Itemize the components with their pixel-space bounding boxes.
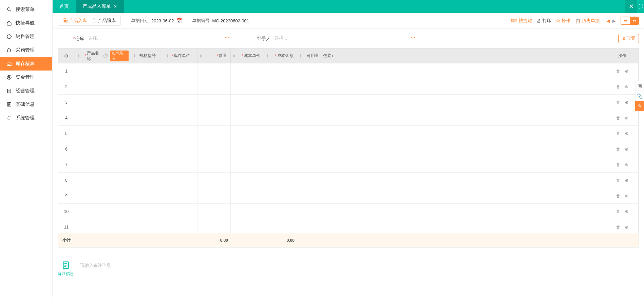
add-icon[interactable]: ⊕ <box>625 194 628 198</box>
th-amount[interactable]: ▲▼*成本金额 <box>264 48 297 63</box>
delete-icon[interactable]: 🗑 <box>616 178 620 183</box>
add-icon[interactable]: ⊕ <box>625 116 628 120</box>
cell-qty[interactable] <box>197 219 231 233</box>
sidebar-item-business[interactable]: 经营管理 <box>0 84 52 98</box>
cell-spec[interactable] <box>131 157 164 172</box>
table-row[interactable]: 5 🗑 ⊕ <box>58 126 639 141</box>
handler-select[interactable]: 选择... ⋯ <box>274 34 416 43</box>
close-icon[interactable]: ✕ <box>114 4 117 9</box>
cell-spec[interactable] <box>131 95 164 110</box>
cell-qty[interactable] <box>197 173 231 188</box>
cell-product[interactable] <box>75 79 131 94</box>
sort-icon[interactable]: ▲▼ <box>233 54 235 58</box>
cell-unit[interactable] <box>164 126 197 141</box>
sidebar-item-system[interactable]: 系统管理 <box>0 111 52 125</box>
sidebar-item-search[interactable]: 搜索菜单 <box>0 3 52 16</box>
delete-icon[interactable]: 🗑 <box>616 131 620 136</box>
cell-unit[interactable] <box>164 157 197 172</box>
sort-icon[interactable]: ▲▼ <box>266 54 269 58</box>
add-icon[interactable]: ⊕ <box>625 100 628 105</box>
add-icon[interactable]: ⊕ <box>625 209 628 214</box>
cell-product[interactable] <box>75 126 131 141</box>
cell-product[interactable] <box>75 173 131 188</box>
th-unit[interactable]: ▲▼*库存单位 <box>164 48 197 63</box>
sort-icon[interactable]: ▲▼ <box>77 54 80 58</box>
delete-icon[interactable]: 🗑 <box>616 225 620 230</box>
warehouse-select[interactable]: 选择... ⋯ <box>88 34 230 43</box>
sort-icon[interactable]: ▲▼ <box>299 54 302 58</box>
cell-price[interactable] <box>231 110 264 125</box>
cell-amount[interactable] <box>264 63 297 79</box>
cell-unit[interactable] <box>164 63 197 79</box>
add-icon[interactable]: ⊕ <box>625 84 628 89</box>
tab-home[interactable]: 首页 <box>53 0 76 13</box>
cell-unit[interactable] <box>164 110 197 125</box>
cell-amount[interactable] <box>264 79 297 94</box>
table-row[interactable]: 7 🗑 ⊕ <box>58 157 639 173</box>
th-avail[interactable]: ▲▼可用量（包装） <box>297 48 606 63</box>
cell-price[interactable] <box>231 95 264 110</box>
float-btn-attach[interactable]: 📎 <box>635 91 644 101</box>
remarks-input[interactable] <box>80 261 639 270</box>
table-row[interactable]: 4 🗑 ⊕ <box>58 110 639 126</box>
date-field[interactable]: 单据日期 2023-06-02 📅 <box>131 18 182 24</box>
cell-spec[interactable] <box>131 204 164 219</box>
delete-icon[interactable]: 🗑 <box>616 162 620 167</box>
view-list-icon[interactable]: ☰ <box>621 17 630 24</box>
history-button[interactable]: 📋历史单据 <box>575 18 600 24</box>
sidebar-item-purchase[interactable]: 采购管理 <box>0 43 52 57</box>
cell-product[interactable] <box>75 141 131 157</box>
cell-amount[interactable] <box>264 126 297 141</box>
cell-spec[interactable] <box>131 219 164 233</box>
cell-amount[interactable] <box>264 157 297 172</box>
cell-price[interactable] <box>231 63 264 79</box>
cell-amount[interactable] <box>264 173 297 188</box>
radio-product-in[interactable]: 产品入库 <box>63 18 87 24</box>
cell-spec[interactable] <box>131 173 164 188</box>
ellipsis-icon[interactable]: ⋯ <box>411 35 416 40</box>
th-gear[interactable]: ⚙ <box>58 48 75 63</box>
cell-spec[interactable] <box>131 188 164 203</box>
cell-amount[interactable] <box>264 110 297 125</box>
sidebar-item-inventory[interactable]: 库存核算 <box>0 57 52 71</box>
header-close-button[interactable]: ✕ <box>625 0 637 13</box>
cell-unit[interactable] <box>164 79 197 94</box>
calendar-icon[interactable]: 📅 <box>176 18 182 23</box>
settings-button[interactable]: ⚙设置 <box>618 34 639 43</box>
table-row[interactable]: 8 🗑 ⊕ <box>58 173 639 188</box>
float-btn-edit[interactable]: ✎ <box>635 101 644 111</box>
cell-amount[interactable] <box>264 95 297 110</box>
cell-product[interactable] <box>75 110 131 125</box>
sort-icon[interactable]: ▲▼ <box>133 54 136 58</box>
cell-unit[interactable] <box>164 219 197 233</box>
cell-price[interactable] <box>231 141 264 157</box>
sidebar-item-basicinfo[interactable]: 基础信息 <box>0 98 52 111</box>
delete-icon[interactable]: 🗑 <box>616 69 620 74</box>
cell-spec[interactable] <box>131 126 164 141</box>
view-detail-icon[interactable]: ☷ <box>630 17 639 24</box>
cell-unit[interactable] <box>164 173 197 188</box>
float-btn-1[interactable]: ▣ <box>635 81 644 91</box>
cell-qty[interactable] <box>197 141 231 157</box>
help-icon[interactable]: ? <box>103 54 108 58</box>
sidebar-item-sales[interactable]: 销售管理 <box>0 30 52 43</box>
add-icon[interactable]: ⊕ <box>625 225 628 230</box>
cell-price[interactable] <box>231 157 264 172</box>
cell-unit[interactable] <box>164 141 197 157</box>
delete-icon[interactable]: 🗑 <box>616 147 620 152</box>
print-button[interactable]: 🖨打印 <box>537 18 551 24</box>
delete-icon[interactable]: 🗑 <box>616 194 620 198</box>
table-row[interactable]: 6 🗑 ⊕ <box>58 141 639 157</box>
cell-amount[interactable] <box>264 219 297 233</box>
sidebar-item-quicknav[interactable]: 快捷导航 <box>0 16 52 30</box>
cell-qty[interactable] <box>197 95 231 110</box>
cell-product[interactable] <box>75 188 131 203</box>
shortcut-button[interactable]: ⌨快捷键 <box>511 18 532 24</box>
add-icon[interactable]: ⊕ <box>625 131 628 136</box>
cell-price[interactable] <box>231 188 264 203</box>
cell-price[interactable] <box>231 219 264 233</box>
cell-spec[interactable] <box>131 110 164 125</box>
cell-qty[interactable] <box>197 204 231 219</box>
add-icon[interactable]: ⊕ <box>625 69 628 74</box>
th-spec[interactable]: ▲▼规格型号 <box>131 48 164 63</box>
